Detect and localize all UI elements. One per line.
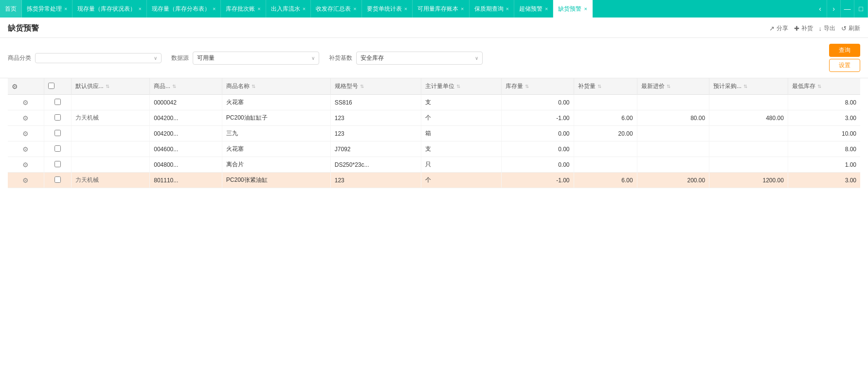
row-checkbox-cell-2 (44, 110, 71, 126)
nav-tab-close-abnormal[interactable]: × (64, 6, 67, 12)
th-code-sort-icon: ⇅ (172, 84, 176, 89)
th-replenish-sort-icon: ⇅ (597, 84, 601, 89)
th-supplier[interactable]: 默认供应... ⇅ (71, 78, 150, 95)
refresh-button[interactable]: ↺ 刷新 (841, 24, 860, 33)
row-supplier-5 (71, 157, 150, 173)
row-gear-icon-5[interactable]: ⚙ (22, 161, 29, 169)
row-stock-1: 0.00 (501, 95, 574, 110)
nav-next-button[interactable]: › (827, 0, 841, 18)
nav-tab-stock-status[interactable]: 现存量（库存状况表）× (72, 0, 146, 18)
row-gear-icon-3[interactable]: ⚙ (22, 130, 29, 138)
th-name[interactable]: 商品名称 ⇅ (222, 78, 330, 95)
export-icon: ↓ (819, 25, 822, 32)
top-navigation: 首页拣货异常处理×现存量（库存状况表）×现存量（库存分布表）×库存批次账×出入库… (0, 0, 868, 18)
nav-tab-receive-summary[interactable]: 收发存汇总表× (311, 0, 362, 18)
row-latest-price-4 (637, 141, 709, 157)
row-gear-icon-1[interactable]: ⚙ (22, 99, 29, 106)
th-stock-label: 库存量 (506, 82, 523, 90)
nav-tab-close-available-ledger[interactable]: × (461, 6, 464, 12)
datasource-label: 数据源 (171, 54, 189, 62)
row-checkbox-4[interactable] (54, 145, 61, 152)
row-plan-purchase-2: 480.00 (709, 110, 788, 126)
nav-tab-label-receive-summary: 收发存汇总表 (316, 5, 351, 13)
nav-tab-expiry-query[interactable]: 保质期查询× (470, 0, 514, 18)
th-code[interactable]: 商品... ⇅ (150, 78, 222, 95)
nav-maximize-button[interactable]: □ (854, 0, 868, 18)
nav-minimize-button[interactable]: — (841, 0, 854, 18)
row-checkbox-5[interactable] (54, 161, 61, 167)
nav-tab-shortage[interactable]: 缺货预警× (553, 0, 592, 18)
th-replenish[interactable]: 补货量 ⇅ (574, 78, 637, 95)
nav-tab-requisition-stat[interactable]: 要货单统计表× (362, 0, 413, 18)
nav-tab-label-available-ledger: 可用量库存账本 (417, 5, 458, 13)
table-row: ⚙ 力天机械 004200... PC200油缸缸子 123 个 -1.00 6… (8, 110, 860, 126)
nav-tab-overstock[interactable]: 超储预警× (514, 0, 553, 18)
th-checkbox (44, 78, 71, 95)
nav-tab-close-shortage[interactable]: × (584, 6, 587, 12)
replenish-basis-filter-group: 补货基数 安全库存 ∨ (329, 52, 483, 65)
refresh-label: 刷新 (849, 24, 860, 33)
row-replenish-4 (574, 141, 637, 157)
export-button[interactable]: ↓ 导出 (819, 24, 836, 33)
row-checkbox-1[interactable] (54, 99, 61, 105)
row-gear-icon-4[interactable]: ⚙ (22, 145, 29, 153)
nav-tab-label-requisition-stat: 要货单统计表 (367, 5, 402, 13)
nav-tab-close-stock-dist[interactable]: × (213, 6, 216, 12)
row-gear-icon-2[interactable]: ⚙ (22, 114, 29, 122)
nav-tab-close-batch-account[interactable]: × (257, 6, 260, 12)
row-name-4: 火花塞 (222, 141, 330, 157)
replenish-button[interactable]: ✚ 补货 (794, 24, 813, 33)
row-spec-2: 123 (330, 110, 421, 126)
row-unit-4: 支 (421, 141, 501, 157)
nav-tab-close-expiry-query[interactable]: × (506, 6, 509, 12)
nav-tab-close-inout-flow[interactable]: × (303, 6, 306, 12)
th-stock[interactable]: 库存量 ⇅ (501, 78, 574, 95)
column-settings-icon[interactable]: ⚙ (12, 83, 18, 90)
row-gear-cell-4: ⚙ (8, 141, 44, 157)
row-plan-purchase-4 (709, 141, 788, 157)
row-code-2: 004200... (150, 110, 222, 126)
nav-tab-close-receive-summary[interactable]: × (353, 6, 356, 12)
nav-tab-batch-account[interactable]: 库存批次账× (221, 0, 266, 18)
row-min-stock-1: 8.00 (788, 95, 860, 110)
category-select[interactable]: ∨ (35, 53, 162, 63)
datasource-value: 可用量 (197, 54, 215, 62)
settings-button[interactable]: 设置 (829, 59, 860, 72)
nav-prev-button[interactable]: ‹ (814, 0, 827, 18)
query-button[interactable]: 查询 (829, 44, 860, 57)
row-gear-cell-5: ⚙ (8, 157, 44, 173)
row-checkbox-3[interactable] (54, 130, 61, 136)
page-header: 缺货预警 ↗ 分享 ✚ 补货 ↓ 导出 ↺ 刷新 (0, 18, 868, 38)
row-spec-5: DS250*23c... (330, 157, 421, 173)
nav-tab-close-requisition-stat[interactable]: × (404, 6, 407, 12)
row-checkbox-2[interactable] (54, 114, 61, 121)
row-gear-icon-6[interactable]: ⚙ (22, 176, 29, 184)
th-min-stock[interactable]: 最低库存 ⇅ (788, 78, 860, 95)
th-unit-label: 主计量单位 (425, 82, 454, 90)
select-all-checkbox[interactable] (48, 83, 54, 89)
row-name-6: PC200张紧油缸 (222, 173, 330, 188)
th-latest-price[interactable]: 最新进价 ⇅ (637, 78, 709, 95)
datasource-chevron-icon: ∨ (311, 55, 315, 61)
row-latest-price-3 (637, 126, 709, 141)
nav-tab-abnormal[interactable]: 拣货异常处理× (22, 0, 72, 18)
share-icon: ↗ (769, 25, 775, 32)
nav-tab-inout-flow[interactable]: 出入库流水× (266, 0, 311, 18)
th-unit[interactable]: 主计量单位 ⇅ (421, 78, 501, 95)
replenish-basis-select[interactable]: 安全库存 ∨ (356, 52, 483, 65)
nav-tab-close-stock-status[interactable]: × (138, 6, 141, 12)
nav-tab-home[interactable]: 首页 (0, 0, 22, 18)
datasource-select[interactable]: 可用量 ∨ (193, 52, 319, 65)
nav-tab-stock-dist[interactable]: 现存量（库存分布表）× (147, 0, 221, 18)
nav-tab-available-ledger[interactable]: 可用量库存账本× (413, 0, 469, 18)
row-unit-6: 个 (421, 173, 501, 188)
filter-action-buttons: 查询 设置 (829, 44, 860, 72)
th-plan-purchase[interactable]: 预计采购... ⇅ (709, 78, 788, 95)
row-min-stock-6: 3.00 (788, 173, 860, 188)
share-button[interactable]: ↗ 分享 (769, 24, 788, 33)
th-spec[interactable]: 规格型号 ⇅ (330, 78, 421, 95)
nav-tab-close-overstock[interactable]: × (545, 6, 548, 12)
row-checkbox-6[interactable] (54, 176, 61, 183)
nav-tab-label-stock-dist: 现存量（库存分布表） (152, 5, 210, 13)
th-plan-purchase-sort-icon: ⇅ (743, 84, 747, 89)
